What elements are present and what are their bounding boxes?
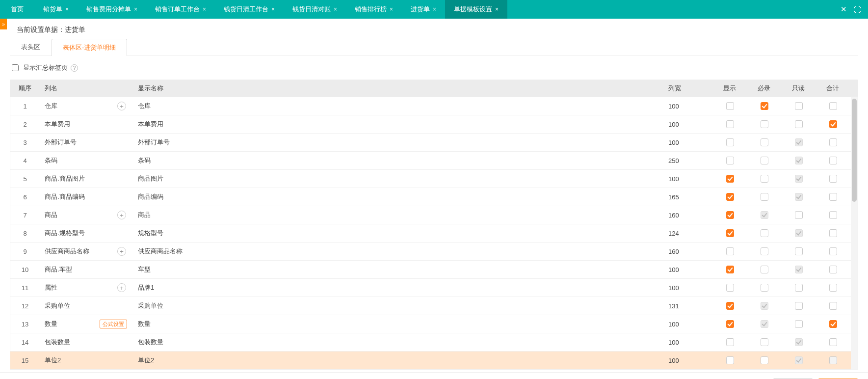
checkbox[interactable] bbox=[726, 229, 734, 237]
cell-width[interactable]: 160 bbox=[663, 206, 712, 224]
checkbox[interactable] bbox=[795, 247, 803, 255]
cell-width[interactable]: 131 bbox=[663, 297, 712, 315]
cell-display-name[interactable]: 仓库 bbox=[133, 97, 663, 115]
cell-display-name[interactable]: 规格型号 bbox=[133, 224, 663, 243]
checkbox[interactable] bbox=[829, 302, 837, 310]
cell-width[interactable]: 100 bbox=[663, 279, 712, 297]
checkbox[interactable] bbox=[761, 356, 768, 364]
checkbox[interactable] bbox=[726, 120, 734, 128]
top-tab[interactable]: 进货单× bbox=[402, 0, 445, 19]
checkbox[interactable] bbox=[761, 120, 768, 128]
close-icon[interactable]: × bbox=[203, 6, 206, 13]
checkbox[interactable] bbox=[761, 138, 768, 146]
table-row[interactable]: 3外部订单号外部订单号100 bbox=[10, 134, 858, 152]
checkbox[interactable] bbox=[726, 175, 734, 183]
table-row[interactable]: 7商品+商品160 bbox=[10, 206, 858, 224]
checkbox[interactable] bbox=[761, 247, 768, 255]
table-row[interactable]: 4条码条码250 bbox=[10, 152, 858, 170]
checkbox[interactable] bbox=[761, 102, 768, 110]
cell-display-name[interactable]: 包装数量 bbox=[133, 333, 663, 352]
table-row[interactable]: 8商品.规格型号规格型号124 bbox=[10, 224, 858, 243]
table-row[interactable]: 10商品.车型车型100 bbox=[10, 261, 858, 279]
checkbox[interactable] bbox=[761, 229, 768, 237]
checkbox[interactable] bbox=[726, 320, 734, 328]
cell-display-name[interactable]: 采购单位 bbox=[133, 297, 663, 315]
table-row[interactable]: 12采购单位采购单位131 bbox=[10, 297, 858, 315]
checkbox[interactable] bbox=[795, 284, 803, 292]
checkbox[interactable] bbox=[829, 193, 837, 201]
add-icon[interactable]: + bbox=[117, 211, 126, 219]
cell-width[interactable]: 100 bbox=[663, 315, 712, 333]
cell-width[interactable]: 165 bbox=[663, 188, 712, 206]
top-tab[interactable]: 销货单× bbox=[34, 0, 78, 19]
show-summary-tab-checkbox[interactable] bbox=[12, 64, 19, 71]
cell-display-name[interactable]: 车型 bbox=[133, 261, 663, 279]
checkbox[interactable] bbox=[795, 302, 803, 310]
cell-display-name[interactable]: 数量 bbox=[133, 315, 663, 333]
checkbox[interactable] bbox=[726, 138, 734, 146]
checkbox[interactable] bbox=[761, 266, 768, 273]
checkbox[interactable] bbox=[726, 193, 734, 201]
add-icon[interactable]: + bbox=[117, 247, 126, 256]
close-icon[interactable]: × bbox=[334, 6, 337, 13]
checkbox[interactable] bbox=[829, 138, 837, 146]
close-icon[interactable]: × bbox=[495, 6, 499, 13]
checkbox[interactable] bbox=[726, 102, 734, 110]
cell-display-name[interactable]: 商品图片 bbox=[133, 170, 663, 188]
checkbox[interactable] bbox=[829, 247, 837, 255]
checkbox[interactable] bbox=[795, 102, 803, 110]
checkbox[interactable] bbox=[761, 338, 768, 346]
close-icon[interactable]: × bbox=[390, 6, 393, 13]
checkbox[interactable] bbox=[726, 356, 734, 364]
cell-display-name[interactable]: 商品 bbox=[133, 206, 663, 224]
cell-width[interactable]: 100 bbox=[663, 261, 712, 279]
top-tab[interactable]: 单据模板设置× bbox=[445, 0, 507, 19]
cell-width[interactable]: 100 bbox=[663, 97, 712, 115]
cell-width[interactable]: 100 bbox=[663, 134, 712, 152]
cell-display-name[interactable]: 本单费用 bbox=[133, 115, 663, 134]
sidebar-expand-handle[interactable]: » bbox=[0, 19, 7, 29]
checkbox[interactable] bbox=[726, 211, 734, 219]
checkbox[interactable] bbox=[726, 338, 734, 346]
checkbox[interactable] bbox=[795, 211, 803, 219]
checkbox[interactable] bbox=[829, 175, 837, 183]
checkbox[interactable] bbox=[829, 284, 837, 292]
checkbox[interactable] bbox=[829, 157, 837, 164]
cell-display-name[interactable]: 品牌1 bbox=[133, 279, 663, 297]
formula-settings-button[interactable]: 公式设置 bbox=[100, 320, 127, 328]
section-tab[interactable]: 表头区 bbox=[10, 38, 52, 55]
checkbox[interactable] bbox=[795, 320, 803, 328]
table-row[interactable]: 11属性+品牌1100 bbox=[10, 279, 858, 297]
close-icon[interactable]: × bbox=[134, 6, 137, 13]
cell-display-name[interactable]: 供应商商品名称 bbox=[133, 243, 663, 261]
cell-width[interactable]: 160 bbox=[663, 243, 712, 261]
table-row[interactable]: 15单位2单位2100 bbox=[10, 352, 858, 370]
table-row[interactable]: 1仓库+仓库100 bbox=[10, 97, 858, 115]
checkbox[interactable] bbox=[726, 266, 734, 273]
cell-width[interactable]: 124 bbox=[663, 224, 712, 243]
checkbox[interactable] bbox=[829, 266, 837, 273]
checkbox[interactable] bbox=[829, 320, 837, 328]
cell-width[interactable]: 100 bbox=[663, 115, 712, 134]
table-row[interactable]: 6商品.商品编码商品编码165 bbox=[10, 188, 858, 206]
top-tab[interactable]: 销售排行榜× bbox=[346, 0, 402, 19]
checkbox[interactable] bbox=[726, 284, 734, 292]
table-row[interactable]: 2本单费用本单费用100 bbox=[10, 115, 858, 134]
close-icon[interactable]: × bbox=[271, 6, 275, 13]
checkbox[interactable] bbox=[829, 211, 837, 219]
checkbox[interactable] bbox=[761, 175, 768, 183]
section-tab[interactable]: 表体区-进货单明细 bbox=[52, 39, 127, 56]
cell-width[interactable]: 250 bbox=[663, 152, 712, 170]
top-tab[interactable]: 钱货日清对账× bbox=[284, 0, 346, 19]
cell-width[interactable]: 100 bbox=[663, 333, 712, 352]
table-row[interactable]: 13数量公式设置数量100 bbox=[10, 315, 858, 333]
checkbox[interactable] bbox=[726, 157, 734, 164]
top-tab[interactable]: 销售费用分摊单× bbox=[78, 0, 146, 19]
close-icon[interactable]: × bbox=[65, 6, 69, 13]
checkbox[interactable] bbox=[761, 193, 768, 201]
cell-width[interactable]: 100 bbox=[663, 170, 712, 188]
help-icon[interactable]: ? bbox=[71, 64, 78, 72]
scrollbar-thumb[interactable] bbox=[852, 99, 857, 202]
top-tab[interactable]: 首页 bbox=[0, 0, 34, 19]
fullscreen-icon[interactable]: ⛶ bbox=[854, 5, 861, 14]
